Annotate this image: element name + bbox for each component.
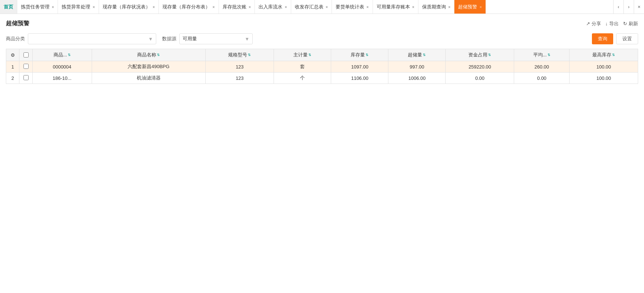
col-product-code[interactable]: 商品... ⇅ xyxy=(33,49,92,61)
nav-tab-jianhuoyichang[interactable]: 拣货异常处理 × xyxy=(58,0,99,14)
row-capital-0: 259220.00 xyxy=(446,61,514,73)
nav-tab-keyongliang[interactable]: 可用量库存账本 × xyxy=(373,0,418,14)
settings-button[interactable]: 设置 xyxy=(616,33,638,44)
sort-icon-overstock: ⇅ xyxy=(423,53,426,57)
close-tab-7[interactable]: × xyxy=(366,5,369,9)
export-icon: ↓ xyxy=(605,21,608,26)
nav-tab-baozhi[interactable]: 保质期查询 × xyxy=(418,0,454,14)
nav-arrow-close[interactable]: × xyxy=(634,0,644,14)
page-title: 超储预警 xyxy=(6,20,29,27)
row-index-0: 1 xyxy=(6,61,19,73)
page-container: 超储预警 ↗ 分享 ↓ 导出 ↻ 刷新 商品分类 ▼ 数据源 xyxy=(0,14,644,293)
nav-tab-churuku[interactable]: 出入库流水 × xyxy=(255,0,291,14)
close-tab-2[interactable]: × xyxy=(153,5,155,9)
category-select[interactable]: ▼ xyxy=(28,33,156,44)
col-settings[interactable]: ⚙ xyxy=(6,49,19,61)
row-max-stock-1: 100.00 xyxy=(570,73,638,84)
row-max-stock-0: 100.00 xyxy=(570,61,638,73)
row-checkbox-0[interactable] xyxy=(19,61,33,73)
sort-icon-spec: ⇅ xyxy=(248,53,251,57)
row-stock-1: 1106.00 xyxy=(331,73,388,84)
nav-tab-yaohuo[interactable]: 要货单统计表 × xyxy=(332,0,373,14)
nav-home[interactable]: 首页 xyxy=(0,0,17,14)
close-tab-8[interactable]: × xyxy=(412,5,414,9)
row-capital-1: 0.00 xyxy=(446,73,514,84)
row-overstock-0: 997.00 xyxy=(388,61,446,73)
sort-icon-unit: ⇅ xyxy=(308,53,311,57)
close-tab-10[interactable]: × xyxy=(479,5,482,9)
row-unit-1: 个 xyxy=(274,73,331,84)
close-tab-1[interactable]: × xyxy=(92,5,95,9)
col-overstock[interactable]: 超储量 ⇅ xyxy=(388,49,446,61)
sort-icon-stock: ⇅ xyxy=(366,53,369,57)
nav-tab-chaochuyujing[interactable]: 超储预警 × xyxy=(454,0,486,14)
close-tab-6[interactable]: × xyxy=(326,5,328,9)
data-table: ⚙ 商品... ⇅ 商品名称 ⇅ xyxy=(6,49,638,84)
nav-tab-jianhuorenwu[interactable]: 拣货任务管理 × xyxy=(17,0,58,14)
refresh-icon: ↻ xyxy=(623,21,627,26)
sort-icon-product-name: ⇅ xyxy=(157,53,160,57)
filter-datasource: 数据源 可用量 ▼ xyxy=(162,33,253,44)
share-icon: ↗ xyxy=(586,21,590,26)
col-spec[interactable]: 规格型号 ⇅ xyxy=(205,49,274,61)
row-unit-0: 套 xyxy=(274,61,331,73)
sort-icon-avg: ⇅ xyxy=(548,53,550,57)
col-unit[interactable]: 主计量 ⇅ xyxy=(274,49,331,61)
nav-arrow-right[interactable]: › xyxy=(623,0,634,14)
filter-row: 商品分类 ▼ 数据源 可用量 ▼ 查询 设置 xyxy=(6,33,638,44)
filter-actions: 查询 设置 xyxy=(592,33,638,44)
refresh-button[interactable]: ↻ 刷新 xyxy=(623,21,638,27)
query-button[interactable]: 查询 xyxy=(592,33,613,44)
table-row: 1 0000004 六配套新昌490BPG 123 套 1097.00 997.… xyxy=(6,61,638,73)
col-checkbox xyxy=(19,49,33,61)
datasource-chevron-icon: ▼ xyxy=(245,36,249,42)
close-tab-0[interactable]: × xyxy=(52,5,54,9)
col-capital[interactable]: 资金占用 ⇅ xyxy=(446,49,514,61)
share-button[interactable]: ↗ 分享 xyxy=(586,21,601,27)
nav-arrow-left[interactable]: ‹ xyxy=(613,0,623,14)
table-header-row: ⚙ 商品... ⇅ 商品名称 ⇅ xyxy=(6,49,638,61)
nav-tab-kucunpici[interactable]: 库存批次账 × xyxy=(219,0,255,14)
sort-icon-max-stock: ⇅ xyxy=(612,53,615,57)
row-product-code-0: 0000004 xyxy=(33,61,92,73)
row-product-name-0: 六配套新昌490BPG xyxy=(92,61,205,73)
topbar: 首页 拣货任务管理 × 拣货异常处理 × 现存量（库存状况表） × 现存量（库存… xyxy=(0,0,644,14)
col-max-stock[interactable]: 最高库存 ⇅ xyxy=(570,49,638,61)
nav-tab-xiancunliang1[interactable]: 现存量（库存状况表） × xyxy=(99,0,159,14)
row-product-name-1: 机油滤清器 xyxy=(92,73,205,84)
row-index-1: 2 xyxy=(6,73,19,84)
close-tab-3[interactable]: × xyxy=(212,5,215,9)
header-actions: ↗ 分享 ↓ 导出 ↻ 刷新 xyxy=(586,21,638,27)
page-header: 超储预警 ↗ 分享 ↓ 导出 ↻ 刷新 xyxy=(6,20,638,27)
datasource-select-value: 可用量 xyxy=(183,36,197,42)
table-row: 2 186-10... 机油滤清器 123 个 1106.00 1006.00 … xyxy=(6,73,638,84)
gear-icon: ⚙ xyxy=(11,52,15,58)
col-avg[interactable]: 平均... ⇅ xyxy=(514,49,570,61)
nav-arrows: ‹ › × xyxy=(613,0,644,14)
row-spec-1: 123 xyxy=(205,73,274,84)
select-all-checkbox[interactable] xyxy=(23,52,29,58)
nav-tab-shoufacun[interactable]: 收发存汇总表 × xyxy=(291,0,332,14)
filter-category: 商品分类 ▼ xyxy=(6,33,156,44)
export-button[interactable]: ↓ 导出 xyxy=(605,21,619,27)
nav-tab-xiancunliang2[interactable]: 现存量（库存分布表） × xyxy=(159,0,219,14)
close-tab-9[interactable]: × xyxy=(448,5,450,9)
row-stock-0: 1097.00 xyxy=(331,61,388,73)
sort-icon-product-code: ⇅ xyxy=(68,53,71,57)
col-product-name[interactable]: 商品名称 ⇅ xyxy=(92,49,205,61)
close-tab-4[interactable]: × xyxy=(249,5,251,9)
col-stock[interactable]: 库存量 ⇅ xyxy=(331,49,388,61)
sort-icon-capital: ⇅ xyxy=(488,53,491,57)
row-overstock-1: 1006.00 xyxy=(388,73,446,84)
category-chevron-icon: ▼ xyxy=(148,36,153,42)
row-checkbox-1[interactable] xyxy=(19,73,33,84)
datasource-select[interactable]: 可用量 ▼ xyxy=(179,33,253,44)
row-avg-0: 260.00 xyxy=(514,61,570,73)
row-spec-0: 123 xyxy=(205,61,274,73)
category-label: 商品分类 xyxy=(6,36,25,42)
row-avg-1: 0.00 xyxy=(514,73,570,84)
row-product-code-1: 186-10... xyxy=(33,73,92,84)
datasource-label: 数据源 xyxy=(162,36,176,42)
close-tab-5[interactable]: × xyxy=(285,5,287,9)
